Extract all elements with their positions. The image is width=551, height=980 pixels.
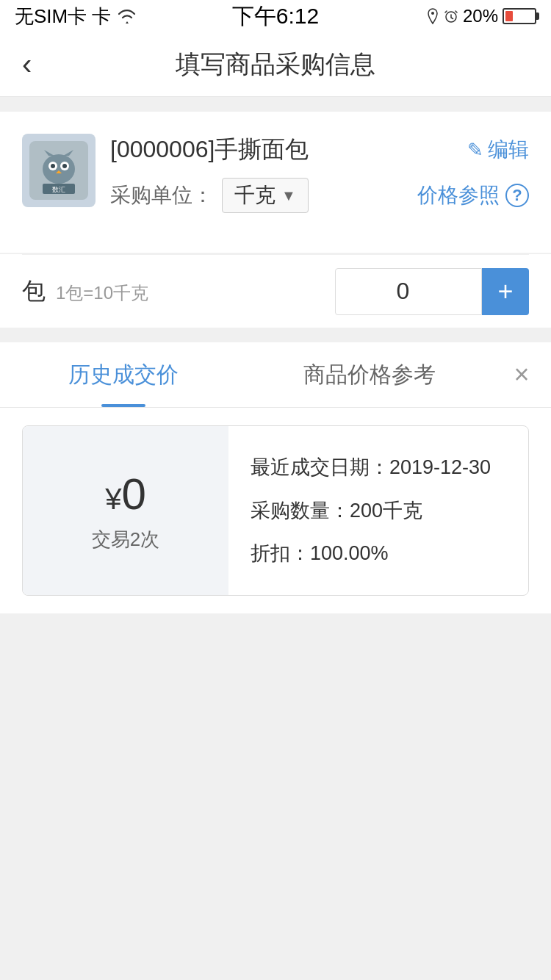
price-trade-count: 交易2次 bbox=[92, 527, 159, 552]
quantity-label-group: 包 1包=10千克 bbox=[22, 275, 148, 308]
tab-active-indicator bbox=[101, 404, 145, 407]
location-icon bbox=[426, 8, 439, 24]
purchase-qty-label: 采购数量： bbox=[251, 500, 350, 522]
purchase-unit-label: 采购单位： bbox=[110, 181, 213, 209]
battery-fill bbox=[505, 11, 513, 21]
price-ref-label: 价格参照 bbox=[417, 181, 500, 209]
quantity-unit-name: 包 bbox=[22, 275, 46, 308]
purchase-unit-row: 采购单位： 千克 ▼ 价格参照 ? bbox=[110, 178, 529, 213]
product-logo: 数汇 bbox=[29, 141, 88, 200]
price-card-left: ¥0 交易2次 bbox=[23, 426, 228, 595]
unit-selector[interactable]: 千克 ▼ bbox=[222, 178, 309, 213]
nav-bar: ‹ 填写商品采购信息 bbox=[0, 32, 551, 97]
tab-history-label: 历史成交价 bbox=[68, 360, 179, 390]
price-value: 0 bbox=[121, 469, 145, 519]
tab-bar: 历史成交价 商品价格参考 × bbox=[0, 342, 551, 408]
recent-date-row: 最近成交日期：2019-12-30 bbox=[251, 453, 506, 483]
price-card-container: ¥0 交易2次 最近成交日期：2019-12-30 采购数量：200千克 折扣：… bbox=[0, 408, 551, 613]
discount-label: 折扣： bbox=[251, 542, 310, 564]
dropdown-arrow-icon: ▼ bbox=[281, 187, 296, 204]
product-info: [0000006]手撕面包 ✎ 编辑 采购单位： 千克 ▼ 价格参照 bbox=[110, 134, 529, 213]
quantity-plus-button[interactable]: + bbox=[482, 268, 529, 315]
carrier-text: 无SIM卡 卡 bbox=[15, 4, 111, 29]
edit-label: 编辑 bbox=[488, 136, 529, 164]
status-right: 20% bbox=[426, 6, 536, 26]
product-title-row: [0000006]手撕面包 ✎ 编辑 bbox=[110, 134, 529, 166]
quantity-input[interactable] bbox=[335, 268, 482, 315]
svg-text:数汇: 数汇 bbox=[52, 186, 65, 193]
tab-product-label: 商品价格参考 bbox=[303, 360, 436, 390]
product-image: 数汇 bbox=[22, 134, 96, 207]
product-title: [0000006]手撕面包 bbox=[110, 134, 309, 166]
status-left: 无SIM卡 卡 bbox=[15, 4, 137, 29]
product-card: 数汇 [0000006]手撕面包 ✎ 编辑 采购单位： 千克 ▼ bbox=[0, 112, 551, 253]
recent-date-label: 最近成交日期： bbox=[251, 456, 389, 478]
alarm-icon bbox=[444, 8, 458, 24]
price-card-right: 最近成交日期：2019-12-30 采购数量：200千克 折扣：100.00% bbox=[228, 426, 528, 595]
quantity-section: 包 1包=10千克 + bbox=[0, 254, 551, 328]
discount-row: 折扣：100.00% bbox=[251, 538, 506, 569]
page-title: 填写商品采购信息 bbox=[176, 48, 375, 82]
recent-date-value: 2019-12-30 bbox=[389, 456, 491, 478]
edit-icon: ✎ bbox=[467, 139, 483, 162]
back-button[interactable]: ‹ bbox=[22, 48, 32, 81]
purchase-qty-value: 200千克 bbox=[350, 500, 422, 522]
tab-history-price[interactable]: 历史成交价 bbox=[0, 342, 246, 407]
svg-point-0 bbox=[431, 12, 434, 15]
tab-close-button[interactable]: × bbox=[492, 342, 551, 407]
tab-section: 历史成交价 商品价格参考 × ¥0 交易2次 最近成交日期：2019-12-30… bbox=[0, 342, 551, 613]
svg-point-3 bbox=[43, 154, 75, 184]
tab-product-price[interactable]: 商品价格参考 bbox=[246, 342, 492, 407]
quantity-conversion: 1包=10千克 bbox=[56, 281, 148, 305]
help-icon: ? bbox=[505, 184, 529, 207]
status-time: 下午6:12 bbox=[232, 1, 319, 32]
price-amount: ¥0 bbox=[105, 469, 146, 519]
svg-point-6 bbox=[51, 164, 55, 168]
product-header: 数汇 [0000006]手撕面包 ✎ 编辑 采购单位： 千克 ▼ bbox=[22, 134, 529, 213]
status-bar: 无SIM卡 卡 下午6:12 20% bbox=[0, 0, 551, 32]
discount-value: 100.00% bbox=[310, 542, 389, 564]
purchase-qty-row: 采购数量：200千克 bbox=[251, 496, 506, 526]
edit-button[interactable]: ✎ 编辑 bbox=[467, 136, 529, 164]
battery-icon bbox=[503, 8, 536, 24]
currency-symbol: ¥ bbox=[105, 483, 121, 515]
price-card: ¥0 交易2次 最近成交日期：2019-12-30 采购数量：200千克 折扣：… bbox=[22, 425, 529, 596]
quantity-input-group: + bbox=[335, 268, 529, 315]
quantity-row: 包 1包=10千克 + bbox=[22, 254, 529, 328]
battery-percent: 20% bbox=[463, 6, 498, 26]
svg-point-7 bbox=[62, 164, 67, 168]
price-ref-button[interactable]: 价格参照 ? bbox=[417, 181, 529, 209]
unit-value: 千克 bbox=[234, 181, 276, 209]
bottom-area bbox=[0, 613, 551, 981]
wifi-icon bbox=[117, 8, 137, 24]
